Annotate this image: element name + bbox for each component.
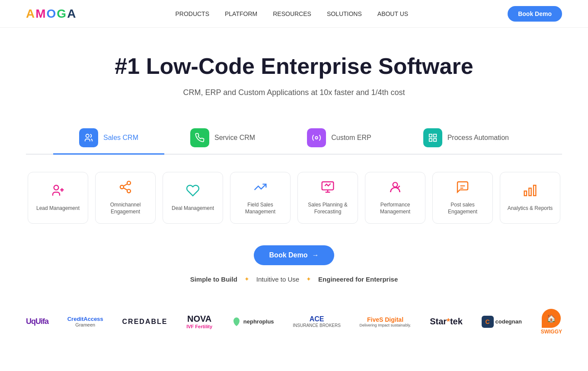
logo-nephroplus: nephroplus bbox=[231, 309, 274, 335]
hero-title: #1 Low-Code Enterprise Software bbox=[17, 54, 571, 79]
logo-credable: CREDABLE bbox=[122, 309, 168, 335]
field-sales-icon bbox=[253, 180, 267, 197]
feature-1: Simple to Build bbox=[190, 276, 237, 283]
card-analytics[interactable]: Analytics & Reports bbox=[500, 172, 560, 224]
card-sales-planning[interactable]: Sales Planning & Forecasting bbox=[297, 172, 358, 224]
logo-startek: Star*tek bbox=[430, 309, 463, 335]
service-crm-icon bbox=[190, 128, 209, 147]
cards-grid: Lead Management Omnichannel Engagement D… bbox=[26, 172, 562, 224]
svg-point-6 bbox=[54, 185, 59, 190]
card-performance-management[interactable]: Performance Management bbox=[365, 172, 425, 224]
card-lead-management[interactable]: Lead Management bbox=[28, 172, 88, 224]
post-sales-icon bbox=[456, 180, 470, 197]
logo-letter-o: O bbox=[47, 7, 56, 21]
svg-point-0 bbox=[86, 134, 89, 137]
svg-point-7 bbox=[127, 181, 131, 184]
tab-process-automation-label: Process Automation bbox=[447, 134, 509, 142]
logo-ace: ACE INSURANCE BROKERS bbox=[293, 309, 341, 335]
omnichannel-icon bbox=[118, 180, 132, 197]
sales-planning-label: Sales Planning & Forecasting bbox=[302, 201, 353, 216]
deal-management-icon bbox=[186, 184, 200, 200]
svg-point-1 bbox=[315, 136, 318, 139]
navbar-book-demo-button[interactable]: Book Demo bbox=[508, 6, 562, 22]
svg-rect-14 bbox=[534, 185, 536, 196]
svg-rect-4 bbox=[433, 139, 436, 141]
nav-products[interactable]: PRODUCTS bbox=[175, 10, 209, 17]
svg-point-8 bbox=[120, 185, 124, 189]
logo[interactable]: A M O G A bbox=[26, 7, 76, 21]
card-field-sales[interactable]: Field Sales Management bbox=[230, 172, 291, 224]
logos-row: UqUifa CreditAccess Grameen CREDABLE NOV… bbox=[26, 309, 562, 335]
nav-resources[interactable]: RESOURCES bbox=[273, 10, 311, 17]
card-omnichannel[interactable]: Omnichannel Engagement bbox=[95, 172, 156, 224]
cta-label: Book Demo bbox=[269, 251, 308, 259]
nav-platform[interactable]: PLATFORM bbox=[225, 10, 257, 17]
tab-service-crm[interactable]: Service CRM bbox=[164, 123, 281, 155]
lead-management-label: Lead Management bbox=[36, 205, 80, 212]
navbar: A M O G A PRODUCTS PLATFORM RESOURCES SO… bbox=[0, 0, 588, 28]
svg-rect-16 bbox=[524, 191, 527, 196]
logo-fives-digital: FiveS Digital Delivering Impact sustaina… bbox=[360, 309, 411, 335]
cta-book-demo-button[interactable]: Book Demo → bbox=[254, 245, 335, 265]
process-automation-icon bbox=[423, 128, 442, 147]
custom-erp-icon bbox=[307, 128, 326, 147]
tab-custom-erp-label: Custom ERP bbox=[331, 134, 371, 142]
feature-3: Engineered for Enterprise bbox=[318, 276, 398, 283]
analytics-label: Analytics & Reports bbox=[508, 205, 553, 212]
feature-2: Intuitive to Use bbox=[256, 276, 299, 283]
tab-process-automation[interactable]: Process Automation bbox=[397, 123, 535, 155]
hero-subtitle: CRM, ERP and Custom Applications at 10x … bbox=[17, 88, 571, 97]
nav-links: PRODUCTS PLATFORM RESOURCES SOLUTIONS AB… bbox=[175, 10, 408, 17]
lead-management-icon bbox=[51, 184, 65, 200]
logo-codegnan: C codegnan bbox=[482, 309, 522, 335]
svg-rect-3 bbox=[433, 134, 436, 137]
logo-letter-a2: A bbox=[67, 7, 76, 21]
svg-rect-2 bbox=[429, 134, 431, 137]
card-post-sales[interactable]: Post sales Engagement bbox=[432, 172, 493, 224]
logos-section: UqUifa CreditAccess Grameen CREDABLE NOV… bbox=[0, 292, 588, 361]
logo-letter-a1: A bbox=[26, 7, 35, 21]
post-sales-label: Post sales Engagement bbox=[437, 201, 488, 216]
cta-arrow: → bbox=[312, 251, 319, 259]
nav-solutions[interactable]: SOLUTIONS bbox=[327, 10, 362, 17]
logo-letter-m: M bbox=[35, 7, 45, 21]
performance-management-label: Performance Management bbox=[370, 201, 421, 216]
tab-sales-crm[interactable]: Sales CRM bbox=[53, 123, 164, 155]
svg-rect-5 bbox=[429, 139, 431, 141]
performance-management-icon bbox=[388, 180, 402, 197]
cta-section: Book Demo → Simple to Build ✦ Intuitive … bbox=[0, 232, 588, 292]
tab-custom-erp[interactable]: Custom ERP bbox=[281, 123, 397, 155]
svg-point-9 bbox=[127, 189, 131, 193]
feature-star-2: ✦ bbox=[306, 276, 311, 282]
svg-rect-15 bbox=[529, 188, 531, 196]
analytics-icon bbox=[523, 184, 537, 200]
hero-section: #1 Low-Code Enterprise Software CRM, ERP… bbox=[0, 28, 588, 123]
card-deal-management[interactable]: Deal Management bbox=[163, 172, 223, 224]
omnichannel-label: Omnichannel Engagement bbox=[100, 201, 151, 216]
logo-nova-ivf: NOVA IVF Fertility bbox=[186, 309, 212, 335]
logo-letter-g: G bbox=[57, 7, 66, 21]
feature-star-1: ✦ bbox=[244, 276, 249, 282]
cards-section: Lead Management Omnichannel Engagement D… bbox=[0, 155, 588, 232]
nav-about-us[interactable]: ABOUT US bbox=[377, 10, 408, 17]
tab-service-crm-label: Service CRM bbox=[214, 134, 255, 142]
field-sales-label: Field Sales Management bbox=[235, 201, 286, 216]
sales-crm-icon bbox=[79, 128, 98, 147]
product-tabs: Sales CRM Service CRM Custom ERP Process… bbox=[26, 123, 562, 155]
tab-sales-crm-label: Sales CRM bbox=[103, 134, 138, 142]
svg-point-13 bbox=[393, 182, 398, 187]
sales-planning-icon bbox=[321, 180, 335, 197]
logo-uquifa: UqUifa bbox=[26, 309, 48, 335]
features-row: Simple to Build ✦ Intuitive to Use ✦ Eng… bbox=[17, 276, 571, 283]
deal-management-label: Deal Management bbox=[172, 205, 214, 212]
logo-creditaccess: CreditAccess Grameen bbox=[67, 309, 103, 335]
logo-swiggy: 🏠 SWIGGY bbox=[541, 309, 562, 335]
